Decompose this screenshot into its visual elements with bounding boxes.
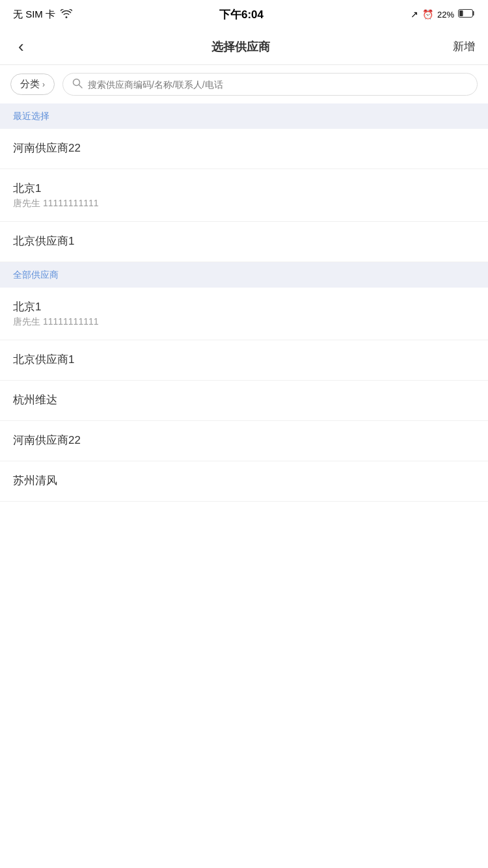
- page-title: 选择供应商: [211, 39, 270, 55]
- list-item[interactable]: 苏州清风: [0, 461, 488, 502]
- supplier-sub: 唐先生 11111111111: [13, 198, 475, 210]
- list-item[interactable]: 北京供应商1: [0, 340, 488, 381]
- svg-rect-1: [459, 10, 463, 16]
- no-sim-label: 无 SIM 卡: [13, 8, 55, 21]
- list-item[interactable]: 杭州维达: [0, 381, 488, 421]
- search-icon: [72, 78, 83, 90]
- status-right: ↗ ⏰ 22%: [411, 9, 475, 20]
- section-header-all: 全部供应商: [0, 262, 488, 288]
- list-item[interactable]: 北京1唐先生 11111111111: [0, 169, 488, 222]
- supplier-name: 北京供应商1: [13, 234, 475, 249]
- status-time: 下午6:04: [219, 7, 264, 22]
- nav-bar: ‹ 选择供应商 新增: [0, 29, 488, 65]
- status-left: 无 SIM 卡: [13, 8, 72, 21]
- battery-icon: [458, 9, 475, 20]
- add-new-button[interactable]: 新增: [453, 39, 475, 54]
- list-item[interactable]: 河南供应商22: [0, 129, 488, 169]
- section-header-recent: 最近选择: [0, 103, 488, 129]
- list-item[interactable]: 河南供应商22: [0, 421, 488, 461]
- back-button[interactable]: ‹: [13, 31, 29, 62]
- battery-label: 22%: [437, 10, 454, 20]
- category-label: 分类: [20, 78, 40, 90]
- status-bar: 无 SIM 卡 下午6:04 ↗ ⏰ 22%: [0, 0, 488, 29]
- supplier-name: 河南供应商22: [13, 433, 475, 448]
- list-item[interactable]: 北京供应商1: [0, 222, 488, 262]
- alarm-icon: ⏰: [422, 9, 433, 20]
- supplier-list: 最近选择河南供应商22北京1唐先生 11111111111北京供应商1全部供应商…: [0, 103, 488, 502]
- supplier-name: 河南供应商22: [13, 141, 475, 156]
- chevron-right-icon: ›: [42, 80, 45, 89]
- section-header-text-recent: 最近选择: [13, 111, 49, 121]
- supplier-sub: 唐先生 11111111111: [13, 316, 475, 328]
- supplier-name: 北京1: [13, 299, 475, 314]
- wifi-icon: [61, 9, 72, 20]
- supplier-name: 苏州清风: [13, 473, 475, 488]
- section-header-text-all: 全部供应商: [13, 269, 59, 280]
- search-input[interactable]: [88, 79, 468, 90]
- search-box[interactable]: [62, 73, 478, 96]
- location-icon: ↗: [411, 9, 418, 20]
- filter-bar: 分类 ›: [0, 65, 488, 103]
- supplier-name: 杭州维达: [13, 392, 475, 407]
- list-item[interactable]: 北京1唐先生 11111111111: [0, 288, 488, 340]
- supplier-name: 北京供应商1: [13, 352, 475, 367]
- svg-line-3: [79, 85, 83, 88]
- supplier-name: 北京1: [13, 181, 475, 196]
- category-button[interactable]: 分类 ›: [10, 74, 55, 95]
